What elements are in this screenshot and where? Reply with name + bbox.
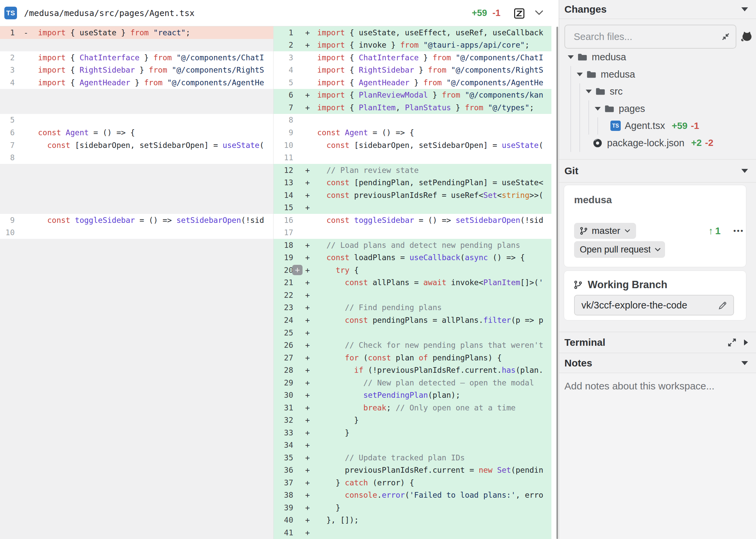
git-section-header[interactable]: Git	[559, 159, 756, 183]
diff-sign: +	[302, 516, 313, 524]
folder-icon	[577, 53, 587, 61]
code-text: import { useState } from "react";	[38, 28, 190, 37]
line-number: 38	[274, 491, 293, 499]
line-number: 18	[274, 241, 293, 250]
chevron-down-icon[interactable]	[741, 169, 748, 173]
line-number: 19	[274, 253, 293, 262]
diff-code-row: 24+ const pendingPlans = allPlans.filter…	[274, 314, 551, 326]
chevron-expanded-icon[interactable]	[586, 90, 592, 93]
chevron-expanded-icon[interactable]	[568, 55, 574, 59]
line-number: 6	[274, 91, 293, 99]
diff-view-mode-icon[interactable]	[513, 7, 525, 21]
removed-lines-count: -1	[492, 0, 500, 26]
diff-code-row: 3import { ChatInterface } from "@/compon…	[274, 51, 551, 64]
chevron-expanded-icon[interactable]	[577, 73, 583, 76]
diff-sign: +	[302, 266, 313, 274]
diff-code-row: 20+ try {+	[274, 264, 551, 276]
diff-code-row: 25+	[274, 326, 551, 339]
expand-hunk-button[interactable]: +	[292, 265, 303, 275]
line-number: 11	[274, 153, 293, 162]
code-text: // Find pending plans	[317, 303, 442, 312]
notes-placeholder: Add notes about this workspace...	[564, 380, 714, 392]
github-icon[interactable]	[740, 30, 754, 45]
tree-item-label: pages	[619, 103, 645, 114]
working-branch-field[interactable]: vk/3ccf-explore-the-code	[574, 295, 734, 315]
notes-section-header[interactable]: Notes	[559, 353, 756, 373]
open-pull-request-dropdown[interactable]	[650, 241, 665, 258]
diff-code-row: 10 const [sidebarOpen, setSidebarOpen] =…	[274, 139, 551, 152]
diff-code-row: 21+ const allPlans = await invoke<PlanIt…	[274, 276, 551, 289]
diff-code-row: 4import { RightSidebar } from "@/compone…	[274, 64, 551, 77]
chevron-right-icon[interactable]	[744, 339, 748, 345]
diff-code-row: 33+ }	[274, 426, 551, 439]
tree-item-medusa[interactable]: medusa	[559, 49, 756, 66]
line-number: 6	[0, 128, 15, 137]
diff-file-header: TS /medusa/medusa/src/pages/Agent.tsx +5…	[0, 0, 551, 26]
notes-body[interactable]: Add notes about this workspace...	[559, 373, 756, 539]
chevron-down-icon	[624, 229, 631, 233]
folder-icon	[586, 70, 596, 79]
diff-filler-row	[0, 476, 273, 489]
diff-sign: +	[302, 166, 313, 175]
diff-filler-row	[0, 464, 273, 477]
diff-left-pane: 1-import { useState } from "react";2impo…	[0, 26, 273, 539]
diff-filler-row	[0, 501, 273, 514]
tree-item-src[interactable]: src	[559, 83, 756, 100]
diff-code-row: 14+ const previousPlanIdsRef = useRef<Se…	[274, 189, 551, 202]
diff-sign: +	[302, 366, 313, 374]
tree-item-package-lock.json[interactable]: package-lock.json+2-2	[559, 135, 756, 152]
code-text: const Agent = () => {	[317, 128, 414, 137]
tree-indent-guide	[597, 117, 598, 135]
code-text: import { ChatInterface } from "@/compone…	[317, 53, 543, 62]
diff-code-row: 31+ break; // Only open one at a time	[274, 401, 551, 414]
diff-code-row: 26+ // Check for new pending plans that …	[274, 339, 551, 351]
more-menu-icon[interactable]: •••	[733, 223, 744, 239]
diff-sign: +	[302, 478, 313, 487]
git-title: Git	[564, 165, 578, 177]
diff-scrollbar-thumb[interactable]	[556, 27, 558, 539]
diff-code-row: 16 const toggleSidebar = () => setSideba…	[274, 214, 551, 227]
changes-section-header[interactable]: Changes	[559, 0, 756, 19]
diff-sign: +	[302, 241, 313, 250]
tree-item-medusa[interactable]: medusa	[559, 66, 756, 83]
line-number: 17	[274, 228, 293, 237]
line-number: 1	[0, 28, 15, 37]
repo-name: medusa	[574, 194, 612, 206]
diff-sign: +	[302, 191, 313, 200]
diff-sign: +	[302, 453, 313, 462]
diff-code-row: 12+ // Plan review state	[274, 164, 551, 177]
code-text: import { invoke } from "@tauri-apps/api/…	[317, 41, 529, 49]
line-number: 5	[0, 116, 15, 124]
terminal-section-header[interactable]: Terminal	[559, 332, 756, 353]
line-number: 15	[274, 203, 293, 212]
working-branch-header: Working Branch	[573, 279, 667, 291]
diff-sign: +	[302, 253, 313, 262]
edit-branch-icon[interactable]	[717, 300, 728, 313]
line-number: 40	[274, 516, 293, 524]
diff-code-row: 8	[274, 114, 551, 127]
working-branch-title: Working Branch	[588, 279, 667, 291]
diff-filler-row	[0, 526, 273, 539]
diff-sign: +	[302, 416, 313, 424]
right-sidebar: Changes medusamedusasrcpagesTSAgent.	[559, 0, 756, 539]
diff-filler-row	[0, 514, 273, 527]
diff-code-row: 40+ }, []);	[274, 514, 551, 527]
expand-icon[interactable]	[727, 337, 737, 348]
diff-code-row: 35+ // Update tracked plan IDs	[274, 451, 551, 464]
chevron-down-icon[interactable]	[741, 361, 748, 365]
changed-files-tree: medusamedusasrcpagesTSAgent.tsx+59-1pack…	[559, 49, 756, 152]
diff-code-row: 7+import { PlanItem, PlanStatus } from "…	[274, 101, 551, 114]
open-pull-request-button[interactable]: Open pull request	[574, 241, 656, 258]
diff-sign: +	[302, 28, 313, 37]
search-files-input[interactable]	[564, 25, 736, 49]
diff-filler-row	[0, 164, 273, 177]
chevron-down-icon[interactable]	[534, 9, 544, 17]
code-text: // Load plans and detect new pending pla…	[317, 241, 520, 250]
collapse-tree-icon[interactable]	[720, 31, 731, 43]
chevron-down-icon[interactable]	[741, 7, 748, 11]
chevron-expanded-icon[interactable]	[595, 107, 601, 111]
tree-item-label: medusa	[601, 69, 635, 80]
folder-icon	[595, 87, 605, 96]
code-text: for (const plan of pendingPlans) {	[317, 353, 502, 362]
branch-selector[interactable]: master	[574, 223, 636, 239]
